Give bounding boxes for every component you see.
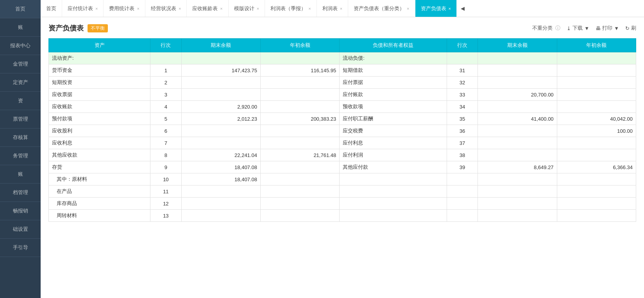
tab-balance-reclassify[interactable]: 资产负债表（重分类） × bbox=[348, 0, 415, 17]
tab-profit[interactable]: 利润表 × bbox=[317, 0, 348, 17]
sidebar-item-account[interactable]: 账 bbox=[0, 18, 41, 37]
cell-liability-row-num: 34 bbox=[447, 101, 478, 113]
sidebar-item-ledger[interactable]: 账 bbox=[0, 165, 41, 184]
table-row: 预付款项52,012.23200,383.23应付职工薪酬3541,400.00… bbox=[49, 113, 636, 125]
cell-liability-end-balance: 8,649.27 bbox=[478, 161, 557, 173]
sidebar-item-home[interactable]: 首页 bbox=[0, 0, 41, 18]
sidebar-item-settings[interactable]: 础设置 bbox=[0, 220, 41, 239]
cell-liability bbox=[340, 173, 447, 186]
cell-liability-begin-balance bbox=[557, 77, 636, 89]
cell-liability: 应付账款 bbox=[340, 89, 447, 101]
cell-end-balance: 147,423.75 bbox=[181, 64, 260, 77]
tab-close-expense-stats[interactable]: × bbox=[137, 6, 139, 11]
tab-more-button[interactable]: ◀ bbox=[457, 0, 469, 17]
cell-liability: 应付票据 bbox=[340, 77, 447, 89]
table-row: 其他应收款822,241.0421,761.48应付利润38 bbox=[49, 149, 636, 161]
tab-close-template-design[interactable]: × bbox=[257, 6, 259, 11]
cell-begin-balance: 200,383.23 bbox=[260, 113, 339, 125]
tab-close-balance-reclassify[interactable]: × bbox=[407, 6, 409, 11]
balance-table: 资产 行次 期末余额 年初余额 负债和所有者权益 行次 期末余额 年初余额 流动… bbox=[48, 38, 636, 222]
cell-end-balance bbox=[181, 137, 260, 149]
header-begin-balance: 年初余额 bbox=[260, 39, 339, 52]
cell-liability-end-balance bbox=[478, 125, 557, 137]
tab-profit-quarterly[interactable]: 利润表（季报） × bbox=[265, 0, 317, 17]
tab-expense-stats[interactable]: 费用统计表 × bbox=[104, 0, 145, 17]
table-row: 应收股利6应交税费36100.00 bbox=[49, 125, 636, 137]
tab-close-profit[interactable]: × bbox=[340, 6, 342, 11]
cell-row-num: 8 bbox=[150, 149, 181, 161]
sidebar-item-fixed-assets[interactable]: 定资产 bbox=[0, 73, 41, 92]
sidebar-item-archive[interactable]: 档管理 bbox=[0, 184, 41, 202]
cell-begin-balance bbox=[260, 173, 339, 186]
tab-close-operations[interactable]: × bbox=[179, 6, 181, 11]
cell-begin-balance bbox=[260, 161, 339, 173]
sidebar-item-inventory[interactable]: 存核算 bbox=[0, 128, 41, 147]
refresh-btn[interactable]: ↻ 刷 bbox=[625, 25, 636, 32]
cell-liability-row-num: 36 bbox=[447, 125, 478, 137]
cell-liability-end-balance bbox=[478, 173, 557, 186]
tab-close-profit-quarterly[interactable]: × bbox=[308, 6, 311, 11]
header-begin-balance2: 年初余额 bbox=[557, 39, 636, 52]
cell-liability: 应付职工薪酬 bbox=[340, 113, 447, 125]
sidebar-item-fund[interactable]: 金管理 bbox=[0, 55, 41, 73]
cell-liability-row-num: 35 bbox=[447, 113, 478, 125]
header-end-balance2: 期末余额 bbox=[478, 39, 557, 52]
cell-liability bbox=[340, 186, 447, 198]
cell-liability-row-num: 38 bbox=[447, 149, 478, 161]
cell-liability-row-num: 33 bbox=[447, 89, 478, 101]
cell-end-balance bbox=[181, 125, 260, 137]
print-icon: 🖶 bbox=[596, 25, 601, 31]
table-row: 应收票据3应付账款3320,700.00 bbox=[49, 89, 636, 101]
cell-end-balance bbox=[181, 198, 260, 210]
sidebar-item-expense[interactable]: 畅报销 bbox=[0, 202, 41, 220]
sidebar-item-investment[interactable]: 资 bbox=[0, 92, 41, 110]
tab-balance[interactable]: 资产负债表 × bbox=[415, 0, 457, 17]
download-btn[interactable]: ⤓ 下载 ▼ bbox=[567, 25, 589, 32]
cell-asset: 预付款项 bbox=[49, 113, 150, 125]
page-title-area: 资产负债表 不平衡 bbox=[48, 23, 108, 33]
toolbar-right: 不重分类 ⓘ ⤓ 下载 ▼ 🖶 打印 ▼ ↻ 刷 bbox=[532, 25, 636, 32]
sidebar: 首页 账 报表中心 金管理 定资产 资 票管理 存核算 务管理 账 档管理 畅报… bbox=[0, 0, 41, 298]
sidebar-item-report-center[interactable]: 报表中心 bbox=[0, 37, 41, 55]
header-asset: 资产 bbox=[49, 39, 150, 52]
cell-asset: 库存商品 bbox=[49, 198, 150, 210]
tab-home[interactable]: 首页 bbox=[41, 0, 62, 17]
table-row: 短期投资2应付票据32 bbox=[49, 77, 636, 89]
cell-liability-row-num: 37 bbox=[447, 137, 478, 149]
sidebar-item-affairs[interactable]: 务管理 bbox=[0, 147, 41, 165]
cell-begin-balance bbox=[260, 101, 339, 113]
cell-asset: 货币资金 bbox=[49, 64, 150, 77]
tab-close-payable-stats[interactable]: × bbox=[95, 6, 98, 11]
cell-liability-begin-balance: 40,042.00 bbox=[557, 113, 636, 125]
print-btn[interactable]: 🖶 打印 ▼ bbox=[596, 25, 619, 32]
cell-row-num: 6 bbox=[150, 125, 181, 137]
no-reclassify-btn[interactable]: 不重分类 ⓘ bbox=[532, 25, 560, 32]
cell-liability-row-num: 32 bbox=[447, 77, 478, 89]
cell-begin-balance bbox=[260, 77, 339, 89]
tab-close-receivable-age[interactable]: × bbox=[220, 6, 222, 11]
cell-begin-balance bbox=[260, 198, 339, 210]
tab-template-design[interactable]: 模版设计 × bbox=[229, 0, 265, 17]
cell-asset: 应收票据 bbox=[49, 89, 150, 101]
cell-asset: 应收利息 bbox=[49, 137, 150, 149]
tab-payable-stats[interactable]: 应付统计表 × bbox=[62, 0, 104, 17]
cell-liability bbox=[340, 210, 447, 222]
cell-liability-begin-balance bbox=[557, 173, 636, 186]
cell-liability-end-balance bbox=[478, 210, 557, 222]
tab-receivable-age[interactable]: 应收账龄表 × bbox=[187, 0, 228, 17]
cell-asset: 其中：原材料 bbox=[49, 173, 150, 186]
cell-liability-row-num: 31 bbox=[447, 64, 478, 77]
cell-row-num: 11 bbox=[150, 186, 181, 198]
sidebar-item-ticket[interactable]: 票管理 bbox=[0, 110, 41, 128]
table-row: 库存商品12 bbox=[49, 198, 636, 210]
cell-liability-end-balance bbox=[478, 137, 557, 149]
table-row: 应收利息7应付利息37 bbox=[49, 137, 636, 149]
table-row: 在产品11 bbox=[49, 186, 636, 198]
tab-operations[interactable]: 经营状况表 × bbox=[145, 0, 187, 17]
cell-row-num: 1 bbox=[150, 64, 181, 77]
cell-row-num: 2 bbox=[150, 77, 181, 89]
cell-liability-end-balance: 20,700.00 bbox=[478, 89, 557, 101]
tab-close-balance[interactable]: × bbox=[449, 6, 451, 11]
sidebar-item-guide[interactable]: 手引导 bbox=[0, 239, 41, 257]
section-liability-label: 流动负债: bbox=[340, 52, 447, 64]
